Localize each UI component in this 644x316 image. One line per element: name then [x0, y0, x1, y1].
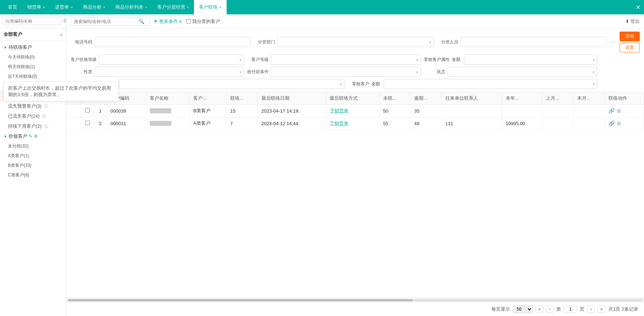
- nav-close-contact[interactable]: ×: [219, 5, 221, 9]
- nav-product-analysis-list[interactable]: 商品分析列表 ×: [110, 0, 152, 14]
- col-header-contacts[interactable]: 往来单位联系人: [441, 92, 502, 105]
- table-row: 1 000039 B类客户 15 2023-04-17 14:19: 下销货单 …: [66, 105, 644, 117]
- nav-customer-contact[interactable]: 客户联络 ×: [194, 0, 226, 14]
- filter-cell-status: 状态 ∨: [424, 67, 597, 77]
- sidebar-item-churned[interactable]: 已流失客户(24) ⓘ: [0, 111, 66, 121]
- sidebar-search-icon[interactable]: 🔍: [63, 19, 66, 24]
- row2-gear: [66, 117, 81, 130]
- nav-purchase-order[interactable]: 进货单 ×: [50, 0, 78, 14]
- tree-group-value[interactable]: ▼ 价值客户 ✎ ⚙: [0, 131, 66, 141]
- row2-action: 🔗 ⊞: [604, 117, 644, 130]
- col-header-name[interactable]: 客户名称: [146, 92, 189, 105]
- nav-product-analysis[interactable]: 商品分析 ×: [78, 0, 110, 14]
- tree-arrow-value: ▼: [4, 135, 7, 138]
- page-input[interactable]: [564, 306, 577, 313]
- help-icon-churn-warning[interactable]: ⓘ: [44, 104, 48, 108]
- row2-name[interactable]: [146, 117, 189, 130]
- scroll-thumb[interactable]: [68, 299, 413, 301]
- more-filter-btn[interactable]: ▼ 更多条件 ∧: [153, 18, 182, 25]
- price-group-edit-icon[interactable]: ✎: [29, 134, 32, 139]
- row1-name[interactable]: [146, 105, 189, 117]
- first-page-btn[interactable]: «: [536, 306, 544, 313]
- my-customer-checkbox[interactable]: [186, 19, 191, 24]
- search-input[interactable]: [74, 19, 139, 24]
- row2-link-icon[interactable]: 🔗: [608, 121, 615, 126]
- sidebar-item-class-a[interactable]: A类客户(1): [0, 151, 66, 161]
- person-dots-btn[interactable]: ···: [609, 39, 617, 45]
- row1-action: 🔗 ⊞: [604, 105, 644, 117]
- nav-customer-segment[interactable]: 客户分层经营 ×: [152, 0, 194, 14]
- last-page-btn[interactable]: »: [597, 306, 606, 313]
- col-header-last-month[interactable]: 上月...: [542, 92, 574, 105]
- nav-close-sales[interactable]: ×: [43, 5, 45, 9]
- next-page-btn[interactable]: ›: [587, 306, 594, 313]
- sidebar-collapse-icon[interactable]: »: [60, 32, 62, 37]
- nav-close-product-analysis[interactable]: ×: [103, 5, 105, 9]
- select-nature[interactable]: ∨: [94, 67, 244, 77]
- row1-link-icon[interactable]: 🔗: [608, 108, 615, 114]
- nav-close-purchase[interactable]: ×: [70, 5, 73, 9]
- export-btn[interactable]: ⬆ 导出: [625, 18, 640, 25]
- row2-checkbox[interactable]: [85, 121, 90, 125]
- row2-code[interactable]: 000031: [107, 117, 146, 130]
- sidebar-item-tomorrow[interactable]: 明天待联络(1): [0, 62, 66, 72]
- nav-close-segment[interactable]: ×: [187, 5, 189, 9]
- select-payment[interactable]: ∨: [271, 67, 421, 77]
- label-price-level: 客户价格等级: [71, 57, 97, 63]
- col-header-unread[interactable]: 未联...: [379, 92, 411, 105]
- tree-group-pending[interactable]: ▼ 待联络客户: [0, 42, 66, 52]
- sidebar-item-churn-warning[interactable]: 流失预警客户(3) ⓘ: [0, 101, 66, 111]
- col-header-last-date[interactable]: 最后联络日期: [258, 92, 326, 105]
- sidebar-item-class-b[interactable]: B类客户(33): [0, 161, 66, 170]
- help-icon-declining[interactable]: ⓘ: [44, 124, 48, 128]
- chevron-price-level: ∨: [239, 58, 242, 62]
- main-search-icon[interactable]: 🔍: [139, 19, 144, 24]
- row1-method-link[interactable]: 下销货单: [330, 108, 348, 113]
- chevron-customer-level: ∨: [416, 58, 418, 62]
- col-header-contact[interactable]: 联络...: [227, 92, 258, 105]
- sidebar-item-class-c[interactable]: C类客户(6): [0, 170, 66, 180]
- sidebar-search-input[interactable]: [3, 17, 62, 25]
- sidebar-item-7days[interactable]: 近7天待联络(0): [0, 72, 66, 81]
- sidebar-item-ungrouped[interactable]: 未分组(32): [0, 141, 66, 151]
- page-size-select[interactable]: 50 20 100: [513, 305, 533, 313]
- nav-close-product-list[interactable]: ×: [145, 5, 147, 9]
- label-nature: 性质: [71, 69, 92, 75]
- select-retail[interactable]: ∨: [384, 79, 597, 89]
- col-header-this-month[interactable]: 本月...: [573, 92, 604, 105]
- help-icon-churned[interactable]: ⓘ: [42, 114, 46, 118]
- per-page-label: 每页显示: [491, 306, 510, 312]
- filter-bar: 🔍 ▼ 更多条件 ∧ 我分管的客户 ⬆ 导出: [66, 14, 644, 29]
- sidebar-all-customers[interactable]: 全部客户 »: [0, 28, 66, 41]
- col-header-overdue[interactable]: 逾期...: [411, 92, 442, 105]
- row1-code[interactable]: 000039: [107, 105, 146, 117]
- prev-page-btn[interactable]: ‹: [546, 306, 553, 313]
- input-phone[interactable]: [94, 37, 251, 47]
- horizontal-scrollbar[interactable]: [66, 298, 644, 302]
- row1-grid-icon[interactable]: ⊞: [617, 108, 621, 114]
- label-retail: 零散客户: [348, 81, 369, 87]
- row2-grid-icon[interactable]: ⊞: [617, 121, 621, 126]
- window-close-button[interactable]: ✕: [636, 4, 640, 11]
- select-retail-attr[interactable]: ∨: [464, 55, 597, 65]
- select-customer-level[interactable]: ∨: [271, 55, 421, 65]
- nav-home[interactable]: 首页: [3, 0, 22, 14]
- input-person[interactable]: [460, 37, 607, 47]
- select-status[interactable]: ∨: [448, 67, 597, 77]
- col-header-year[interactable]: 本年...: [502, 92, 542, 105]
- nav-sales-order[interactable]: 销货单 ×: [22, 0, 50, 14]
- sidebar-item-today[interactable]: 今天待联络(0): [0, 52, 66, 62]
- filter-actions: 查询 设置: [620, 32, 640, 52]
- price-group-settings-icon[interactable]: ⚙: [34, 134, 38, 139]
- select-dept[interactable]: ∨: [277, 37, 434, 47]
- select-customer-type[interactable]: ∨: [119, 79, 345, 89]
- query-button[interactable]: 查询: [620, 32, 640, 41]
- col-header-last-method[interactable]: 最后联络方式: [326, 92, 379, 105]
- row1-checkbox[interactable]: [85, 108, 90, 113]
- scroll-track[interactable]: [68, 299, 643, 301]
- select-price-level[interactable]: ∨: [99, 55, 244, 65]
- row2-method-link[interactable]: 下销货单: [330, 121, 348, 126]
- settings-button[interactable]: 设置: [620, 43, 640, 52]
- sidebar-item-declining[interactable]: 持续下滑客户(2) ⓘ: [0, 121, 66, 131]
- col-header-type[interactable]: 客户...: [190, 92, 227, 105]
